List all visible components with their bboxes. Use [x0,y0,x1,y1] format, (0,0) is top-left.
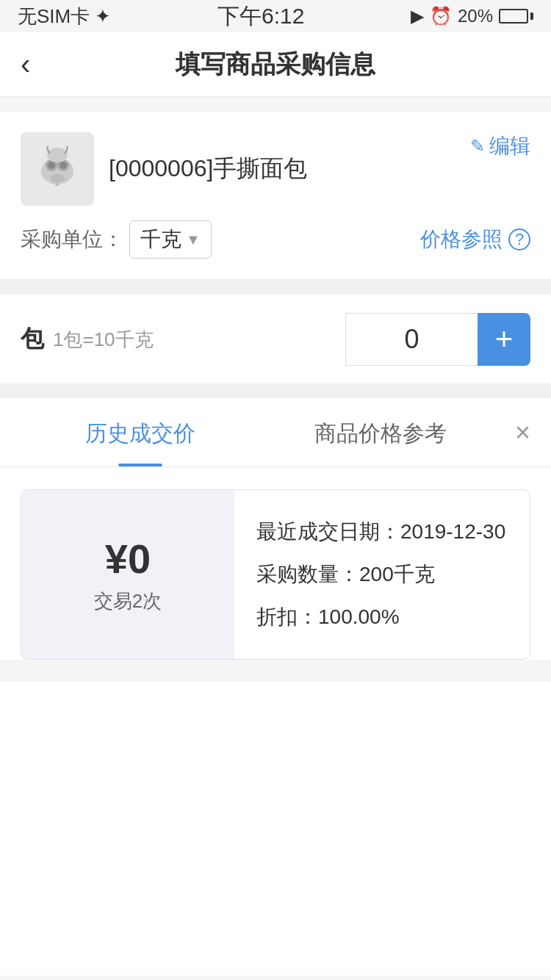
quantity-input[interactable] [345,313,478,366]
svg-point-4 [60,162,67,169]
location-icon: ▶ [411,6,424,26]
price-amount: ¥0 [105,535,151,583]
price-detail-discount: 折扣：100.00% [256,602,508,633]
nav-bar: ‹ 填写商品采购信息 [0,32,551,97]
page-title: 填写商品采购信息 [176,48,375,82]
svg-point-3 [48,162,55,169]
tab-section: 历史成交价 商品价格参考 × ¥0 交易2次 最近成交日期：2019-12-30… [0,398,551,660]
divider-1 [0,279,551,294]
qty-plus-button[interactable]: + [478,313,530,366]
tab-bar: 历史成交价 商品价格参考 × [0,398,551,467]
quantity-section: 包 1包=10千克 + [0,295,551,383]
date-value: 2019-12-30 [400,520,505,543]
unit-select[interactable]: 千克 ▼ [129,220,212,259]
bag-sub-text: 1包=10千克 [53,327,154,353]
unit-value: 千克 [140,226,181,253]
unit-row: 采购单位： 千克 ▼ [21,220,212,259]
discount-label: 折扣： [256,605,318,628]
bag-label: 包 1包=10千克 [21,323,154,356]
price-detail-qty: 采购数量：200千克 [256,559,508,590]
price-left-panel: ¥0 交易2次 [21,490,234,659]
status-time: 下午6:12 [217,1,304,32]
product-image [21,132,94,206]
edit-button[interactable]: ✎ 编辑 [470,132,530,160]
edit-label: 编辑 [489,132,530,160]
back-button[interactable]: ‹ [21,48,30,81]
tab-history-label: 历史成交价 [85,421,195,445]
price-transactions: 交易2次 [94,588,162,614]
battery-percent: 20% [458,6,493,26]
price-ref-label: 价格参照 [420,226,503,253]
product-card: [0000006]手撕面包 ✎ 编辑 采购单位： 千克 ▼ 价格参照 ? [0,112,551,279]
price-value: 0 [128,536,151,582]
svg-point-7 [47,148,68,162]
carrier-text: 无SIM卡 ✦ [18,4,111,29]
tab-history-price[interactable]: 历史成交价 [21,398,260,466]
edit-icon: ✎ [470,136,485,156]
price-card: ¥0 交易2次 最近成交日期：2019-12-30 采购数量：200千克 折扣：… [21,489,530,660]
tab-product-price[interactable]: 商品价格参考 [260,398,500,466]
product-row: 采购单位： 千克 ▼ 价格参照 ? [21,220,530,259]
unit-label: 采购单位： [21,226,123,253]
alarm-icon: ⏰ [430,6,452,26]
product-left: [0000006]手撕面包 [21,132,307,206]
qty-value: 200千克 [359,563,435,586]
price-right-panel: 最近成交日期：2019-12-30 采购数量：200千克 折扣：100.00% [234,490,530,659]
discount-value: 100.00% [318,605,400,628]
price-detail-date: 最近成交日期：2019-12-30 [256,516,508,547]
battery-icon [499,9,533,24]
unit-arrow-icon: ▼ [186,231,201,248]
status-left: 无SIM卡 ✦ [18,4,111,29]
product-name: [0000006]手撕面包 [109,153,307,185]
status-right: ▶ ⏰ 20% [411,6,533,26]
divider-2 [0,383,551,398]
qty-label: 采购数量： [256,563,359,586]
battery-cap [530,12,533,20]
bag-icon: 包 [21,323,44,356]
battery-body [499,9,528,24]
date-label: 最近成交日期： [256,520,400,543]
tab-product-label: 商品价格参考 [314,421,447,445]
price-currency: ¥ [105,536,128,582]
tab-close-button[interactable]: × [500,417,530,448]
status-bar: 无SIM卡 ✦ 下午6:12 ▶ ⏰ 20% [0,0,551,32]
product-header: [0000006]手撕面包 ✎ 编辑 [21,132,530,206]
bottom-area [0,682,551,976]
product-logo [32,143,83,195]
help-icon: ? [508,228,530,251]
price-ref-button[interactable]: 价格参照 ? [420,226,530,253]
qty-control: + [345,313,530,366]
